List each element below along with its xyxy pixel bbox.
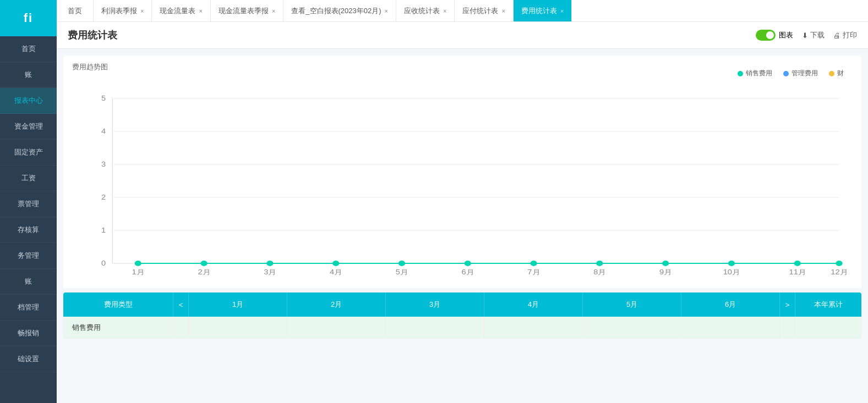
page-title: 费用统计表 xyxy=(68,29,117,42)
download-icon: ⬇ xyxy=(802,31,808,40)
svg-text:0: 0 xyxy=(101,260,106,267)
tab-cashflow-quarter[interactable]: 现金流量表季报 × xyxy=(211,0,283,22)
sidebar-item-expense[interactable]: 畅报销 xyxy=(0,321,57,346)
th-type: 费用类型 xyxy=(63,292,173,317)
tab-close-profit[interactable]: × xyxy=(140,8,144,14)
th-nav-prev[interactable]: < xyxy=(173,292,189,317)
th-month-6: 6月 xyxy=(681,292,780,317)
sidebar-item-report[interactable]: 报表中心 xyxy=(0,88,57,114)
tab-close-blank-report[interactable]: × xyxy=(385,8,388,14)
svg-text:3: 3 xyxy=(101,161,106,168)
table-header: 费用类型 < 1月 2月 3月 4月 5月 6月 > 本年累计 xyxy=(63,292,861,317)
legend-label-admin: 管理费用 xyxy=(791,69,818,78)
td-nav-next xyxy=(780,317,795,339)
chart-toggle[interactable] xyxy=(756,30,776,41)
th-month-5: 5月 xyxy=(583,292,681,317)
download-label: 下载 xyxy=(810,30,825,40)
legend-label-finance: 财 xyxy=(837,69,844,78)
th-total: 本年累计 xyxy=(795,292,861,317)
sidebar-item-fund[interactable]: 资金管理 xyxy=(0,114,57,140)
td-sales-1 xyxy=(189,317,287,339)
trend-chart: 0 1 2 3 4 5 1月 2月 3月 4月 5月 6月 7月 8月 9月 xyxy=(72,76,853,280)
sidebar-item-account[interactable]: 账 xyxy=(0,62,57,88)
legend-dot-admin xyxy=(783,71,789,76)
tab-bar: 首页 利润表季报 × 现金流量表 × 现金流量表季报 × 查看_空白报表(202… xyxy=(57,0,868,22)
tab-expense-stat[interactable]: 费用统计表 × xyxy=(514,0,572,22)
th-month-1: 1月 xyxy=(189,292,287,317)
sales-dot-11 xyxy=(794,261,801,266)
tab-close-cashflow-quarter[interactable]: × xyxy=(272,8,275,14)
sidebar-item-settings[interactable]: 础设置 xyxy=(0,346,57,372)
th-month-2: 2月 xyxy=(287,292,386,317)
sales-dot-4 xyxy=(332,261,339,266)
chart-title: 费用趋势图 xyxy=(72,62,853,72)
th-month-3: 3月 xyxy=(386,292,484,317)
th-month-4: 4月 xyxy=(484,292,583,317)
sidebar-item-asset[interactable]: 固定资产 xyxy=(0,140,57,165)
tab-close-cashflow[interactable]: × xyxy=(199,8,202,14)
chart-toggle-label: 图表 xyxy=(779,30,793,40)
td-sales-total xyxy=(795,317,861,339)
print-label: 打印 xyxy=(843,30,857,40)
svg-text:2月: 2月 xyxy=(198,268,210,275)
svg-text:10月: 10月 xyxy=(723,268,740,275)
tab-close-receivable[interactable]: × xyxy=(443,8,446,14)
svg-text:1: 1 xyxy=(101,227,106,234)
sidebar-item-ticket[interactable]: 票管理 xyxy=(0,191,57,217)
tab-close-payable[interactable]: × xyxy=(501,8,505,14)
download-button[interactable]: ⬇ 下载 xyxy=(802,30,825,40)
main-content: 费用趋势图 销售费用 管理费用 财 xyxy=(57,49,868,403)
td-sales-5 xyxy=(583,317,681,339)
chart-legend: 销售费用 管理费用 财 xyxy=(738,69,844,78)
svg-text:12月: 12月 xyxy=(831,268,848,275)
sidebar-item-stock[interactable]: 存核算 xyxy=(0,217,57,243)
tab-close-expense-stat[interactable]: × xyxy=(560,8,564,14)
chart-wrap: 费用趋势图 销售费用 管理费用 财 xyxy=(72,62,853,281)
tab-home[interactable]: 首页 xyxy=(57,0,94,22)
tab-receivable[interactable]: 应收统计表 × xyxy=(396,0,455,22)
svg-text:1月: 1月 xyxy=(132,268,144,275)
table-body: 销售费用 xyxy=(63,317,861,339)
td-sales-4 xyxy=(484,317,583,339)
svg-text:4: 4 xyxy=(101,128,106,135)
svg-text:3月: 3月 xyxy=(264,268,276,275)
print-button[interactable]: 🖨 打印 xyxy=(833,30,857,40)
print-icon: 🖨 xyxy=(833,31,840,40)
svg-text:11月: 11月 xyxy=(789,268,806,275)
svg-text:5月: 5月 xyxy=(396,268,408,275)
legend-finance: 财 xyxy=(829,69,844,78)
svg-text:8月: 8月 xyxy=(593,268,605,275)
tab-cashflow[interactable]: 现金流量表 × xyxy=(152,0,210,22)
header-actions: 图表 ⬇ 下载 🖨 打印 xyxy=(756,30,857,41)
chart-section: 费用趋势图 销售费用 管理费用 财 xyxy=(63,56,861,288)
th-nav-next[interactable]: > xyxy=(780,292,795,317)
main-area: 首页 利润表季报 × 现金流量表 × 现金流量表季报 × 查看_空白报表(202… xyxy=(57,0,868,403)
tab-blank-report[interactable]: 查看_空白报表(2023年02月) × xyxy=(283,0,396,22)
sales-dot-12 xyxy=(836,261,842,266)
chart-toggle-wrap: 图表 xyxy=(756,30,793,41)
sales-dot-3 xyxy=(266,261,273,266)
td-nav-prev xyxy=(173,317,189,339)
sidebar-item-ledger[interactable]: 账 xyxy=(0,269,57,295)
legend-sales: 销售费用 xyxy=(738,69,772,78)
sales-dot-2 xyxy=(200,261,207,266)
legend-dot-sales xyxy=(738,71,743,76)
sidebar-logo: fi xyxy=(0,0,57,36)
sidebar-item-salary[interactable]: 工资 xyxy=(0,165,57,191)
sales-dot-1 xyxy=(135,261,141,266)
sidebar-item-archive[interactable]: 档管理 xyxy=(0,295,57,321)
svg-text:7月: 7月 xyxy=(527,268,539,275)
sales-dot-6 xyxy=(465,261,471,266)
tab-profit[interactable]: 利润表季报 × xyxy=(94,0,152,22)
legend-label-sales: 销售费用 xyxy=(746,69,772,78)
sales-dot-9 xyxy=(662,261,669,266)
sales-dot-7 xyxy=(530,261,537,266)
sales-dot-5 xyxy=(398,261,405,266)
sidebar: fi 首页 账 报表中心 资金管理 固定资产 工资 票管理 存核算 务管理 账 … xyxy=(0,0,57,403)
sidebar-item-home[interactable]: 首页 xyxy=(0,36,57,62)
sidebar-item-service[interactable]: 务管理 xyxy=(0,243,57,269)
tab-payable[interactable]: 应付统计表 × xyxy=(455,0,513,22)
table-row: 销售费用 xyxy=(63,317,861,339)
svg-text:4月: 4月 xyxy=(330,268,342,275)
svg-text:6月: 6月 xyxy=(462,268,474,275)
